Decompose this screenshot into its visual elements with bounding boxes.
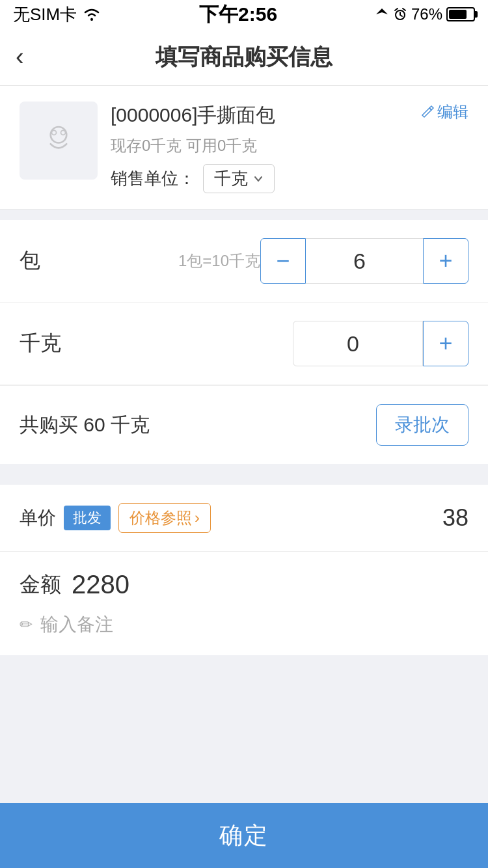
- price-section: 单价 批发 价格参照 › 38: [0, 485, 488, 552]
- total-row: 共购买 60 千克 录批次: [0, 385, 488, 464]
- status-right: 76%: [375, 5, 475, 23]
- edit-button[interactable]: 编辑: [420, 102, 468, 122]
- separator-1: [0, 210, 488, 220]
- svg-point-3: [52, 130, 57, 135]
- price-ref-label: 价格参照: [129, 508, 192, 528]
- carrier-text: 无SIM卡: [13, 3, 77, 26]
- product-unit-row: 销售单位： 千克: [111, 164, 468, 193]
- page-title: 填写商品购买信息: [156, 42, 332, 72]
- package-minus-button[interactable]: −: [260, 238, 306, 284]
- note-row[interactable]: ✏ 输入备注: [20, 612, 468, 637]
- package-input[interactable]: [306, 238, 423, 284]
- package-label-group: 包 1包=10千克: [20, 247, 260, 275]
- separator-2: [0, 464, 488, 474]
- product-card: [0000006]手撕面包 编辑 现存0千克 可用0千克 销售单位： 千克: [0, 86, 488, 210]
- status-bar: 无SIM卡 下午2:56 76%: [0, 0, 488, 29]
- price-value: 38: [211, 504, 468, 532]
- svg-point-4: [61, 130, 66, 135]
- status-time: 下午2:56: [199, 1, 277, 28]
- kg-label: 千克: [20, 329, 293, 358]
- kg-input[interactable]: [293, 321, 423, 366]
- package-row: 包 1包=10千克 − +: [0, 220, 488, 303]
- main-content: [0000006]手撕面包 编辑 现存0千克 可用0千克 销售单位： 千克: [0, 86, 488, 720]
- battery-percent: 76%: [411, 5, 442, 23]
- wifi-icon: [82, 7, 102, 21]
- amount-label: 金额: [20, 571, 61, 599]
- package-stepper: − +: [260, 238, 468, 284]
- product-name: [0000006]手撕面包: [111, 102, 275, 129]
- confirm-button[interactable]: 确定: [0, 803, 488, 868]
- product-image: [20, 102, 98, 180]
- product-stock: 现存0千克 可用0千克: [111, 135, 468, 156]
- status-left: 无SIM卡: [13, 3, 102, 26]
- battery-icon: [446, 7, 475, 21]
- confirm-label: 确定: [219, 820, 269, 852]
- nav-bar: ‹ 填写商品购买信息: [0, 29, 488, 86]
- kg-stepper: +: [293, 321, 468, 366]
- note-placeholder[interactable]: 输入备注: [40, 612, 113, 637]
- amount-section: 金额 2280 ✏ 输入备注: [0, 552, 488, 655]
- amount-value: 2280: [72, 570, 129, 599]
- product-info: [0000006]手撕面包 编辑 现存0千克 可用0千克 销售单位： 千克: [111, 102, 468, 193]
- kg-row: 千克 +: [0, 303, 488, 385]
- alarm-icon: [393, 7, 407, 21]
- location-icon: [375, 7, 389, 21]
- price-row: 单价 批发 价格参照 › 38: [0, 485, 488, 552]
- package-sublabel: 1包=10千克: [178, 251, 260, 271]
- package-section: 包 1包=10千克 − + 千克 + 共购买 60 千克 录批次: [0, 220, 488, 464]
- kg-plus-button[interactable]: +: [423, 321, 468, 366]
- package-label: 包: [20, 247, 173, 275]
- amount-row: 金额 2280: [20, 570, 468, 599]
- price-ref-button[interactable]: 价格参照 ›: [118, 503, 211, 533]
- price-tag: 批发: [64, 506, 111, 530]
- total-text: 共购买 60 千克: [20, 412, 150, 439]
- note-icon: ✏: [20, 616, 33, 634]
- chevron-down-icon: [253, 174, 264, 184]
- back-button[interactable]: ‹: [16, 43, 24, 71]
- package-plus-button[interactable]: +: [423, 238, 468, 284]
- product-top-row: [0000006]手撕面包 编辑: [111, 102, 468, 129]
- svg-point-0: [90, 18, 93, 21]
- price-label: 单价: [20, 506, 56, 530]
- battery-fill: [449, 10, 467, 19]
- product-unit-label: 销售单位：: [111, 167, 195, 190]
- price-ref-icon: ›: [195, 509, 200, 527]
- batch-button[interactable]: 录批次: [376, 404, 468, 446]
- unit-dropdown[interactable]: 千克: [203, 164, 275, 193]
- edit-icon: [420, 105, 435, 119]
- product-placeholder-icon: [36, 118, 81, 163]
